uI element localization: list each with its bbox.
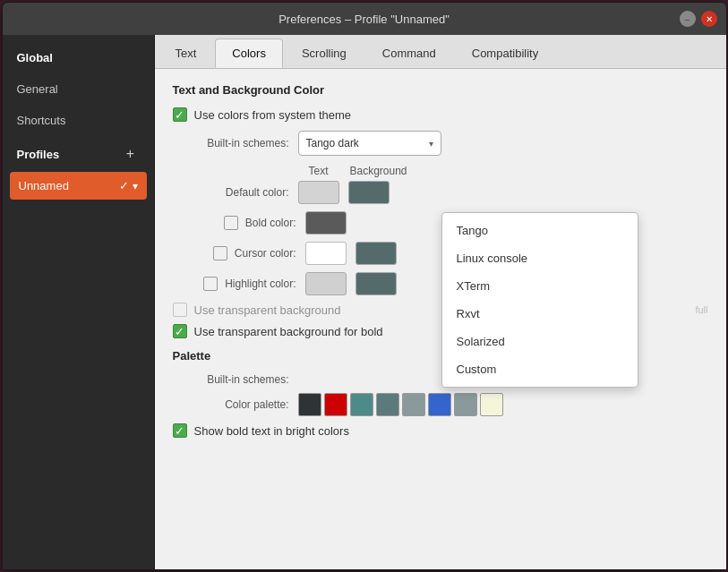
profiles-label: Profiles	[17, 148, 60, 161]
preferences-window: Preferences – Profile "Unnamed" – ✕ Glob…	[2, 2, 727, 570]
window-content: Global General Shortcuts Profiles + Unna…	[3, 35, 726, 569]
full-label: full	[695, 304, 707, 315]
tabs-bar: Text Colors Scrolling Command Compatibil…	[155, 35, 726, 69]
dropdown-option-solarized[interactable]: Solarized	[442, 328, 638, 355]
bold-color-label: Bold color:	[245, 217, 296, 229]
use-system-theme-row: ✓ Use colors from system theme	[173, 107, 708, 122]
color-palette-label: Color palette:	[173, 398, 289, 411]
builtin-schemes-row: Built-in schemes: Tango dark ▾	[173, 131, 708, 156]
text-column-header: Text	[296, 165, 341, 177]
minimize-button[interactable]: –	[680, 11, 696, 27]
colors-panel-content: Text and Background Color ✓ Use colors f…	[155, 69, 726, 569]
sidebar: Global General Shortcuts Profiles + Unna…	[3, 35, 155, 569]
dropdown-option-rxvt[interactable]: Rxvt	[442, 300, 638, 328]
cursor-color-bg-swatch[interactable]	[355, 242, 397, 265]
dropdown-option-tango[interactable]: Tango	[442, 217, 638, 244]
dropdown-overlay: Tango Linux console XTerm Rxvt Solarized…	[441, 212, 638, 388]
cursor-color-text-swatch[interactable]	[305, 242, 347, 265]
color-palette-row: Color palette:	[173, 393, 708, 416]
default-color-bg-swatch[interactable]	[348, 181, 390, 204]
bold-color-checkbox[interactable]	[224, 216, 238, 230]
tab-colors[interactable]: Colors	[215, 38, 283, 68]
highlight-color-checkbox[interactable]	[203, 277, 218, 291]
use-transparent-bg-label: Use transparent background	[194, 303, 341, 317]
dropdown-option-linux-console[interactable]: Linux console	[442, 244, 638, 272]
highlight-color-label: Highlight color:	[225, 277, 295, 290]
default-color-row: Default color:	[173, 181, 708, 204]
use-system-theme-checkbox[interactable]: ✓	[173, 107, 187, 122]
palette-swatch-5[interactable]	[428, 393, 451, 416]
use-transparent-bg-checkbox[interactable]	[173, 303, 187, 317]
titlebar: Preferences – Profile "Unnamed" – ✕	[3, 3, 726, 35]
show-bold-bright-row: ✓ Show bold text in bright colors	[173, 423, 708, 438]
profile-controls: ✓ ▾	[119, 179, 138, 192]
palette-swatch-6[interactable]	[454, 393, 477, 416]
cursor-color-checkbox[interactable]	[213, 246, 227, 260]
window-title: Preferences – Profile "Unnamed"	[278, 13, 450, 26]
use-transparent-bold-checkbox[interactable]: ✓	[173, 324, 187, 338]
use-system-theme-label: Use colors from system theme	[194, 108, 352, 122]
main-panel: Text Colors Scrolling Command Compatibil…	[155, 35, 726, 569]
palette-swatches	[298, 393, 503, 416]
background-column-header: Background	[350, 165, 395, 177]
add-profile-button[interactable]: +	[122, 145, 140, 163]
close-button[interactable]: ✕	[701, 11, 717, 27]
default-color-label: Default color:	[173, 186, 289, 199]
sidebar-item-general[interactable]: General	[3, 73, 154, 105]
tab-command[interactable]: Command	[365, 38, 453, 68]
show-bold-bright-checkbox[interactable]: ✓	[173, 423, 187, 438]
profile-item-unnamed[interactable]: Unnamed ✓ ▾	[10, 172, 147, 200]
profile-arrow-icon: ▾	[133, 180, 138, 192]
palette-swatch-1[interactable]	[324, 393, 347, 416]
default-color-text-swatch[interactable]	[298, 181, 339, 204]
tab-text[interactable]: Text	[158, 38, 214, 68]
tab-scrolling[interactable]: Scrolling	[285, 38, 364, 68]
dropdown-arrow-icon: ▾	[429, 139, 433, 149]
palette-swatch-7[interactable]	[480, 393, 503, 416]
builtin-schemes-label: Built-in schemes:	[173, 137, 289, 149]
palette-swatch-2[interactable]	[350, 393, 373, 416]
sidebar-item-global: Global	[3, 42, 154, 73]
palette-swatch-0[interactable]	[298, 393, 321, 416]
highlight-color-text-swatch[interactable]	[305, 272, 347, 295]
profile-name-label: Unnamed	[19, 179, 69, 192]
builtin-schemes-dropdown[interactable]: Tango dark ▾	[298, 131, 441, 156]
show-bold-bright-label: Show bold text in bright colors	[194, 424, 349, 438]
sidebar-item-shortcuts[interactable]: Shortcuts	[3, 105, 154, 136]
builtin-palette-label: Built-in schemes:	[173, 373, 289, 386]
use-transparent-bold-label: Use transparent background for bold	[194, 325, 383, 338]
profiles-section-header: Profiles +	[3, 136, 154, 172]
dropdown-option-custom[interactable]: Custom	[442, 355, 638, 383]
dropdown-option-xterm[interactable]: XTerm	[442, 272, 638, 300]
profile-check-icon: ✓	[119, 179, 129, 192]
bold-color-swatch[interactable]	[305, 211, 347, 235]
section-title-text-bg: Text and Background Color	[173, 83, 708, 97]
palette-swatch-4[interactable]	[402, 393, 425, 416]
highlight-color-bg-swatch[interactable]	[355, 272, 397, 295]
titlebar-controls: – ✕	[680, 11, 717, 27]
palette-swatch-3[interactable]	[376, 393, 399, 416]
cursor-color-label: Cursor color:	[235, 247, 296, 260]
color-column-headers: Text Background	[296, 165, 708, 177]
tab-compatibility[interactable]: Compatibility	[455, 38, 555, 68]
